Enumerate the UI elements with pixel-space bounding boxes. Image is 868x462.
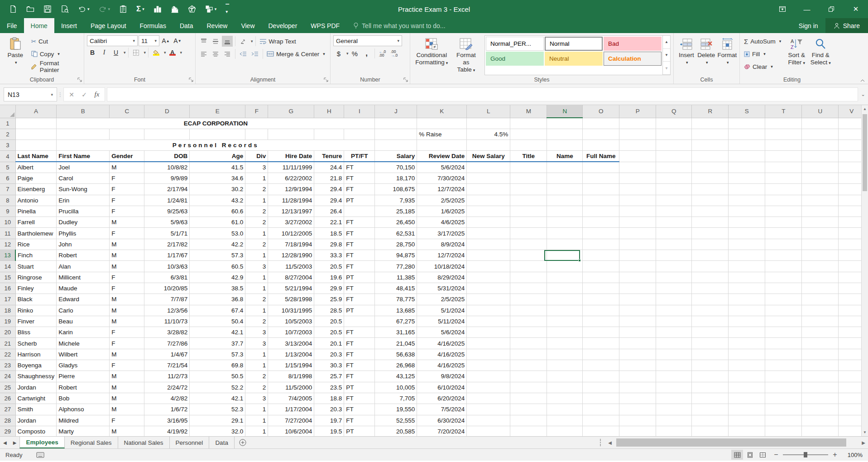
- styles-gallery-scrollbar[interactable]: ▲ ▼ ▿: [663, 35, 671, 75]
- cell[interactable]: 7,705: [375, 393, 417, 404]
- cell[interactable]: 25,185: [375, 206, 417, 217]
- field-header-review-date[interactable]: Review Date: [417, 151, 467, 162]
- cell[interactable]: 2/24/72: [144, 382, 190, 393]
- row-header-21[interactable]: 21: [0, 338, 15, 349]
- cell[interactable]: 33.3: [314, 250, 344, 261]
- cell[interactable]: 70,150: [375, 162, 417, 173]
- cell[interactable]: 19.5: [314, 426, 344, 436]
- cell[interactable]: F: [110, 206, 144, 217]
- number-dialog-launcher[interactable]: [403, 77, 408, 82]
- cell[interactable]: 25.7: [314, 371, 344, 382]
- cell[interactable]: 3/27/2002: [268, 217, 314, 228]
- cell[interactable]: 1: [245, 360, 268, 371]
- cell[interactable]: 34.6: [190, 173, 245, 183]
- cell[interactable]: 24.4: [314, 162, 344, 173]
- bar-chart-icon[interactable]: [149, 0, 166, 18]
- cell[interactable]: 4/19/92: [144, 426, 190, 436]
- field-header-salary[interactable]: Salary: [375, 151, 417, 162]
- cell[interactable]: PT: [344, 382, 375, 393]
- row-header-27[interactable]: 27: [0, 404, 15, 415]
- row-header-1[interactable]: 1: [0, 118, 15, 129]
- cell[interactable]: 7/30/2024: [417, 173, 467, 183]
- cell[interactable]: 4/16/2025: [417, 338, 467, 349]
- cell[interactable]: 36.8: [190, 294, 245, 305]
- tab-home[interactable]: Home: [24, 18, 54, 33]
- sheet-tab-employees[interactable]: Employees: [19, 437, 64, 448]
- cell[interactable]: FT: [344, 239, 375, 250]
- cell[interactable]: 30.3: [314, 360, 344, 371]
- blocks-icon[interactable]: ▾: [201, 0, 221, 18]
- cell[interactable]: 61.0: [190, 217, 245, 228]
- field-header-dob[interactable]: DOB: [144, 151, 190, 162]
- cell[interactable]: 4/16/2025: [417, 349, 467, 360]
- cell[interactable]: 26.4: [314, 206, 344, 217]
- cancel-icon[interactable]: ✕: [66, 91, 77, 98]
- tab-page-layout[interactable]: Page Layout: [84, 18, 133, 33]
- cell[interactable]: 10/3/63: [144, 261, 190, 272]
- cell[interactable]: 10/18/2024: [417, 261, 467, 272]
- cell[interactable]: 5/9/63: [144, 217, 190, 228]
- cell[interactable]: M: [110, 162, 144, 173]
- cell[interactable]: 42.1: [190, 393, 245, 404]
- cell[interactable]: M: [110, 393, 144, 404]
- cell[interactable]: M: [110, 305, 144, 316]
- cell[interactable]: 11/2/73: [144, 371, 190, 382]
- cell[interactable]: FT: [344, 173, 375, 183]
- cell[interactable]: 26,968: [375, 360, 417, 371]
- cell[interactable]: 19,550: [375, 404, 417, 415]
- raise-value-cell[interactable]: 4.5%: [467, 129, 510, 140]
- sheet-tab-national-sales[interactable]: National Sales: [118, 437, 170, 448]
- cell[interactable]: M: [110, 294, 144, 305]
- cell[interactable]: 53.0: [190, 228, 245, 239]
- align-center-button[interactable]: [210, 48, 221, 59]
- cell[interactable]: 8/27/2004: [268, 272, 314, 283]
- cell[interactable]: 7/27/86: [144, 338, 190, 349]
- cell[interactable]: 8/9/2024: [417, 239, 467, 250]
- close-button[interactable]: ✕: [844, 0, 868, 18]
- row-header-7[interactable]: 7: [0, 184, 15, 195]
- active-cell-N13[interactable]: [544, 250, 580, 261]
- cell[interactable]: Farrell: [15, 217, 57, 228]
- cell[interactable]: Carol: [57, 173, 110, 183]
- sign-in-button[interactable]: Sign in: [791, 18, 825, 33]
- cell[interactable]: 43,125: [375, 371, 417, 382]
- cell[interactable]: 12/28/1990: [268, 250, 314, 261]
- scroll-down-icon[interactable]: ▼: [862, 428, 868, 436]
- cell[interactable]: 11/11/1999: [268, 162, 314, 173]
- cell[interactable]: FT: [344, 371, 375, 382]
- cell[interactable]: 9/9/89: [144, 173, 190, 183]
- cell[interactable]: 20.1: [314, 338, 344, 349]
- row-header-16[interactable]: 16: [0, 283, 15, 294]
- field-header-age[interactable]: Age: [190, 151, 245, 162]
- cell[interactable]: Black: [15, 294, 57, 305]
- cell[interactable]: 7/4/2005: [268, 393, 314, 404]
- format-as-table-button[interactable]: Format asTable▾: [451, 35, 482, 75]
- cell[interactable]: 1/13/2004: [268, 349, 314, 360]
- field-header-new-salary[interactable]: New Salary: [467, 151, 510, 162]
- row-header-6[interactable]: 6: [0, 173, 15, 183]
- zoom-in-button[interactable]: +: [832, 451, 838, 459]
- cell[interactable]: 57.3: [190, 349, 245, 360]
- cell[interactable]: 29.4: [314, 184, 344, 195]
- tab-split-handle[interactable]: [600, 439, 603, 446]
- column-header-G[interactable]: G: [268, 105, 314, 118]
- styles-more-icon[interactable]: ▿: [663, 62, 670, 75]
- cell[interactable]: 4/16/2025: [417, 360, 467, 371]
- cell[interactable]: Ringrose: [15, 272, 57, 283]
- cell[interactable]: 60.5: [190, 261, 245, 272]
- cell[interactable]: 1/4/67: [144, 349, 190, 360]
- cell[interactable]: Edward: [57, 294, 110, 305]
- cell[interactable]: FT: [344, 415, 375, 426]
- cell[interactable]: 12/9/1994: [268, 184, 314, 195]
- cell[interactable]: 20.5: [314, 261, 344, 272]
- cell[interactable]: Albert: [15, 162, 57, 173]
- italic-button[interactable]: I: [99, 47, 110, 58]
- cell[interactable]: 5/31/2024: [417, 283, 467, 294]
- cell[interactable]: 29.9: [314, 283, 344, 294]
- cell[interactable]: 19.7: [314, 415, 344, 426]
- column-header-A[interactable]: A: [15, 105, 57, 118]
- cell[interactable]: 56,638: [375, 349, 417, 360]
- zoom-level[interactable]: 100%: [843, 452, 863, 458]
- cell[interactable]: [344, 316, 375, 327]
- decrease-font-size-button[interactable]: A▼: [172, 35, 183, 46]
